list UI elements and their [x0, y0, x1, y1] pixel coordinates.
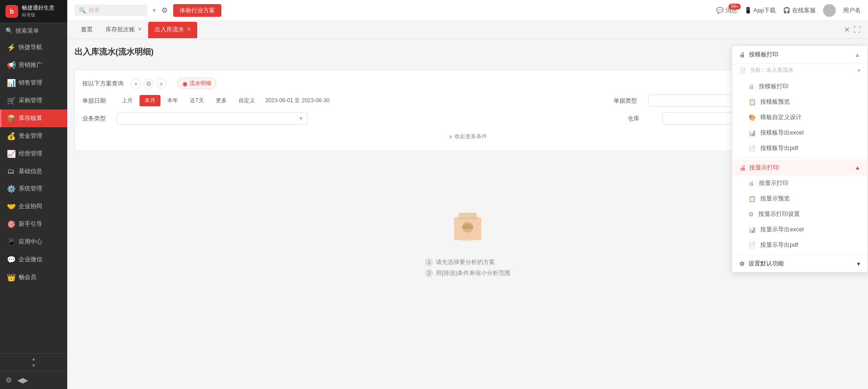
- dropdown-item-display-print-settings[interactable]: ⚙ 按显示打印设置: [732, 206, 868, 222]
- guide-icon: 🎯: [7, 220, 15, 229]
- header-gear-icon[interactable]: ⚙: [161, 6, 168, 15]
- app-download-btn[interactable]: 📱 App下载: [744, 6, 776, 15]
- tab-bar-right: ✕ ⛶: [844, 25, 861, 34]
- dropdown-item-display-export-excel[interactable]: 📊 按显示导出excel: [732, 222, 868, 237]
- dropdown-item-display-print[interactable]: 🖨 按显示打印: [732, 175, 868, 191]
- settings-btn[interactable]: ⚙: [5, 376, 12, 384]
- tab-expand-icon[interactable]: ⛶: [853, 26, 861, 34]
- filter-tag[interactable]: ◉ 流水明细: [177, 78, 216, 89]
- dropdown-item-template-print[interactable]: 🖨 按模板打印: [732, 79, 868, 94]
- sidebar-item-purchase[interactable]: 🛒 采购管理: [0, 92, 67, 110]
- date-tab-more[interactable]: 更多: [211, 95, 232, 106]
- date-tab-this-year[interactable]: 本年: [162, 95, 183, 106]
- dropdown-footer-icon: ⚙: [739, 260, 745, 267]
- sidebar-item-inventory[interactable]: 📦 库存核算: [0, 110, 67, 127]
- collapse-sidebar-btn[interactable]: ◀▶: [17, 376, 28, 384]
- display-print-section-header[interactable]: 🖨 按显示打印 ▲: [732, 160, 868, 175]
- date-filter-label: 单据日期: [82, 97, 110, 105]
- tab-batch-account-close[interactable]: ✕: [138, 26, 142, 32]
- tab-stock-flow[interactable]: 出入库流水 ✕: [148, 22, 197, 38]
- trial-btn[interactable]: 体验行业方案: [173, 4, 221, 17]
- template-custom-item-icon: 🎨: [748, 114, 756, 121]
- date-range-display: 2023-06-01 至 2023-06-30: [265, 97, 329, 105]
- sidebar-item-marketing[interactable]: 📢 营销推广: [0, 56, 67, 74]
- dropdown-panel: 🖨 按模板打印 ▲ 📄 当前：出入库流水 ▾ 🖨 按模板打印 📋 按模板预览 🎨…: [732, 45, 868, 273]
- sidebar-item-vip[interactable]: 👑 畅会员: [0, 269, 67, 286]
- date-tab-custom[interactable]: 自定义: [234, 95, 260, 106]
- dropdown-item-display-export-pdf[interactable]: 📄 按显示导出pdf: [732, 237, 868, 253]
- date-tab-last-month[interactable]: 上月: [117, 95, 138, 106]
- wechat-icon: 💬: [7, 255, 15, 264]
- inventory-icon: 📦: [7, 114, 15, 123]
- dropdown-item-display-preview[interactable]: 📋 按显示预览: [732, 191, 868, 206]
- dropdown-current-label: 📄 当前：出入库流水 ▾: [732, 64, 868, 77]
- tab-stock-flow-close[interactable]: ✕: [187, 26, 191, 32]
- date-tabs: 上月 本月 本年 近7天 更多 自定义 2023-06-01 至 2023-06…: [117, 95, 329, 106]
- sidebar-item-sales[interactable]: 📊 销售管理: [0, 74, 67, 92]
- basic-icon: 🗂: [7, 167, 15, 175]
- template-print-item-icon: 🖨: [748, 83, 754, 90]
- header-dropdown-icon[interactable]: ▾: [153, 7, 156, 14]
- tab-home[interactable]: 首页: [75, 22, 99, 38]
- online-service-icon: 🎧: [783, 7, 790, 14]
- app-name: 畅捷通好生意: [22, 5, 55, 12]
- print-dropdown-icon: 🖨: [739, 51, 745, 58]
- sidebar-bottom: ⚙ ◀▶: [0, 371, 67, 389]
- scroll-down-btn[interactable]: ▼: [30, 362, 37, 369]
- svg-point-5: [459, 237, 477, 241]
- template-print-section: 🖨 按模板打印 📋 按模板预览 🎨 模板自定义设计 📊 按模板导出excel 📄…: [732, 77, 868, 158]
- dropdown-header: 🖨 按模板打印 ▲: [732, 46, 868, 64]
- online-service-btn[interactable]: 🎧 在线客服: [783, 6, 816, 15]
- app-center-icon: 📱: [7, 238, 15, 246]
- sidebar-item-system[interactable]: ⚙️ 系统管理: [0, 180, 67, 198]
- display-print-chevron-icon[interactable]: ▲: [855, 165, 860, 171]
- quick-nav-icon: ⚡: [7, 43, 15, 52]
- display-print-section-icon: 🖨: [739, 164, 746, 171]
- sidebar-item-wechat[interactable]: 💬 企业微信: [0, 251, 67, 269]
- date-tab-last-7days[interactable]: 近7天: [185, 95, 209, 106]
- sidebar-item-finance[interactable]: 💰 资金管理: [0, 127, 67, 145]
- system-icon: ⚙️: [7, 185, 15, 193]
- dropdown-collapse-icon[interactable]: ▲: [854, 51, 860, 58]
- sidebar-item-cooperation[interactable]: 🤝 企业协同: [0, 198, 67, 215]
- dropdown-item-template-preview[interactable]: 📋 按模板预览: [732, 94, 868, 110]
- svg-rect-1: [459, 213, 477, 219]
- display-pdf-item-icon: 📄: [748, 242, 756, 249]
- date-tab-this-month[interactable]: 本月: [140, 95, 160, 106]
- sidebar-search[interactable]: 🔍 搜索菜单: [0, 23, 67, 39]
- messages-btn[interactable]: 💬 消息 99+: [716, 6, 737, 15]
- svg-rect-3: [462, 225, 473, 229]
- sidebar-item-basic[interactable]: 🗂 基础信息: [0, 163, 67, 180]
- app-version: 标准版: [22, 12, 55, 18]
- sidebar-item-quick-nav[interactable]: ⚡ 快捷导航: [0, 39, 67, 56]
- dropdown-item-template-export-excel[interactable]: 📊 按模板导出excel: [732, 125, 868, 140]
- avatar[interactable]: [823, 4, 836, 17]
- filter-gear-btn[interactable]: ⚙: [144, 79, 154, 89]
- marketing-icon: 📢: [7, 61, 15, 70]
- empty-tip-1: 1 请先选择要分析的方案: [425, 258, 510, 266]
- user-name: 用户名: [843, 6, 861, 15]
- scroll-up-btn[interactable]: ▲: [30, 355, 37, 362]
- filter-tag-icon: ◉: [182, 80, 188, 87]
- sidebar-item-operations[interactable]: 📈 经营管理: [0, 145, 67, 163]
- dropdown-footer-settings[interactable]: ⚙ 设置默认功能 ▾: [732, 255, 868, 272]
- warehouse-label: 仓库: [628, 115, 655, 123]
- dropdown-item-template-custom-design[interactable]: 🎨 模板自定义设计: [732, 110, 868, 125]
- sidebar-item-guide[interactable]: 🎯 新手引导: [0, 215, 67, 233]
- sidebar-item-app-center[interactable]: 📱 应用中心: [0, 233, 67, 251]
- svg-rect-4: [464, 224, 471, 225]
- vip-icon: 👑: [7, 273, 15, 282]
- messages-badge: 99+: [728, 4, 741, 10]
- current-icon: 📄: [739, 67, 746, 74]
- filter-actions: + ⚙ «: [131, 79, 166, 89]
- filter-collapse-btn[interactable]: «: [156, 79, 166, 89]
- dropdown-item-template-export-pdf[interactable]: 📄 按模板导出pdf: [732, 140, 868, 156]
- header-search-bar[interactable]: 🔍 搜索: [75, 5, 147, 16]
- tab-bar: 首页 库存批次账 ✕ 出入库流水 ✕ ✕ ⛶: [67, 21, 868, 39]
- tab-close-all-icon[interactable]: ✕: [844, 25, 850, 34]
- messages-icon: 💬: [716, 7, 723, 14]
- search-icon: 🔍: [5, 27, 13, 34]
- filter-add-btn[interactable]: +: [131, 79, 141, 89]
- tab-batch-account[interactable]: 库存批次账 ✕: [99, 22, 148, 38]
- business-type-select[interactable]: ▾: [117, 112, 308, 125]
